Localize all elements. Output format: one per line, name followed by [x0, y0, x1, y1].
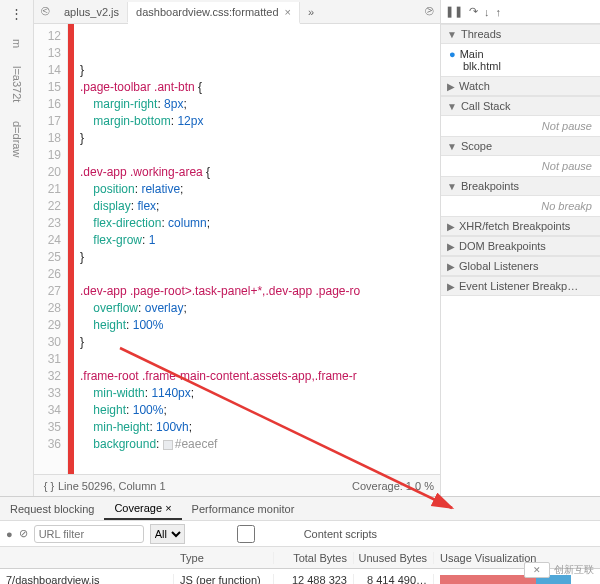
- watermark: ✕ 创新互联: [524, 562, 594, 578]
- cell-unused: 8 414 490…: [354, 574, 434, 585]
- watermark-logo-icon: ✕: [524, 562, 550, 578]
- tab-aplus[interactable]: aplus_v2.js: [56, 2, 128, 22]
- cell-total: 12 488 323: [274, 574, 354, 585]
- coverage-table: Type Total Bytes Unused Bytes Usage Visu…: [0, 547, 600, 584]
- section-xhr[interactable]: ▶XHR/fetch Breakpoints: [441, 216, 600, 236]
- scope-empty: Not pause: [441, 156, 600, 176]
- section-breakpoints[interactable]: ▼Breakpoints: [441, 176, 600, 196]
- console-icon[interactable]: ⋮: [10, 6, 23, 21]
- thread-main[interactable]: Main: [460, 48, 484, 60]
- code-body[interactable]: } .page-toolbar .ant-btn { margin-right:…: [74, 24, 440, 474]
- pause-icon[interactable]: ❚❚: [445, 5, 463, 18]
- tab-request-blocking[interactable]: Request blocking: [0, 499, 104, 519]
- section-threads[interactable]: ▼Threads: [441, 24, 600, 44]
- breakpoints-empty: No breakp: [441, 196, 600, 216]
- filter-type-select[interactable]: All: [150, 524, 185, 544]
- close-icon[interactable]: ×: [285, 6, 291, 18]
- section-scope[interactable]: ▼Scope: [441, 136, 600, 156]
- step-over-icon[interactable]: ↷: [469, 5, 478, 18]
- drawer: Request blocking Coverage × Performance …: [0, 497, 600, 584]
- thread-blk[interactable]: blk.html: [449, 60, 592, 72]
- section-event[interactable]: ▶Event Listener Breakp…: [441, 276, 600, 296]
- side-id-2: l=a372t: [11, 66, 23, 102]
- coverage-toolbar: ● ⊘ All Content scripts: [0, 521, 600, 547]
- cell-type: JS (per function): [174, 574, 274, 585]
- close-icon[interactable]: ×: [165, 502, 171, 514]
- nav-next-icon[interactable]: ⧁: [418, 5, 440, 18]
- tab-dashboardview-css[interactable]: dashboardview.css:formatted ×: [128, 2, 300, 24]
- debug-toolbar: ❚❚ ↷ ↓ ↑: [441, 0, 600, 24]
- table-header: Type Total Bytes Unused Bytes Usage Visu…: [0, 547, 600, 569]
- cursor-position: Line 50296, Column 1: [58, 480, 166, 492]
- coverage-pct: Coverage: 1.0 %: [352, 480, 434, 492]
- side-gutter: ⋮ m l=a372t d=draw: [0, 0, 34, 496]
- section-callstack[interactable]: ▼Call Stack: [441, 96, 600, 116]
- side-id-1: m: [11, 39, 23, 48]
- step-into-icon[interactable]: ↓: [484, 6, 490, 18]
- editor-tabbar: ⧀ aplus_v2.js dashboardview.css:formatte…: [34, 0, 440, 24]
- step-out-icon[interactable]: ↑: [496, 6, 502, 18]
- drawer-tabs: Request blocking Coverage × Performance …: [0, 497, 600, 521]
- tab-performance-monitor[interactable]: Performance monitor: [182, 499, 305, 519]
- url-filter-input[interactable]: [34, 525, 144, 543]
- section-watch[interactable]: ▶Watch: [441, 76, 600, 96]
- more-tabs-icon[interactable]: »: [300, 6, 322, 18]
- braces-icon[interactable]: { }: [40, 480, 58, 492]
- tab-label: dashboardview.css:formatted: [136, 6, 278, 18]
- code-editor[interactable]: 1213141516171819202122232425262728293031…: [34, 24, 440, 474]
- section-dom[interactable]: ▶DOM Breakpoints: [441, 236, 600, 256]
- side-id-3: d=draw: [11, 121, 23, 157]
- content-scripts-checkbox[interactable]: Content scripts: [191, 525, 377, 543]
- section-global[interactable]: ▶Global Listeners: [441, 256, 600, 276]
- tab-coverage[interactable]: Coverage ×: [104, 498, 181, 520]
- callstack-empty: Not pause: [441, 116, 600, 136]
- nav-prev-icon[interactable]: ⧀: [34, 5, 56, 18]
- table-row[interactable]: 7/dashboardview.jsJS (per function)12 48…: [0, 569, 600, 584]
- line-gutter: 1213141516171819202122232425262728293031…: [34, 24, 68, 474]
- editor-statusbar: { } Line 50296, Column 1 Coverage: 1.0 %: [34, 474, 440, 496]
- clear-icon[interactable]: ⊘: [19, 527, 28, 540]
- record-icon[interactable]: ●: [6, 528, 13, 540]
- debugger-pane: ❚❚ ↷ ↓ ↑ ▼Threads ●Main blk.html ▶Watch …: [440, 0, 600, 496]
- cell-url: 7/dashboardview.js: [0, 574, 174, 585]
